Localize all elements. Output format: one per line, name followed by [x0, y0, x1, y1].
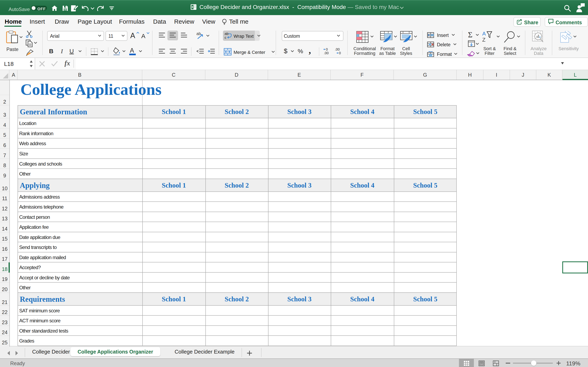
- svg-text:A: A: [482, 31, 486, 37]
- svg-text:ab: ab: [225, 32, 228, 36]
- svg-text:.00: .00: [335, 48, 340, 51]
- svg-text:ab: ab: [196, 31, 201, 36]
- svg-text:Z: Z: [482, 37, 485, 43]
- svg-text:c: c: [225, 36, 226, 40]
- svg-text:0: 0: [326, 48, 328, 51]
- svg-text:0: 0: [339, 51, 341, 55]
- svg-text:.00: .00: [324, 51, 329, 55]
